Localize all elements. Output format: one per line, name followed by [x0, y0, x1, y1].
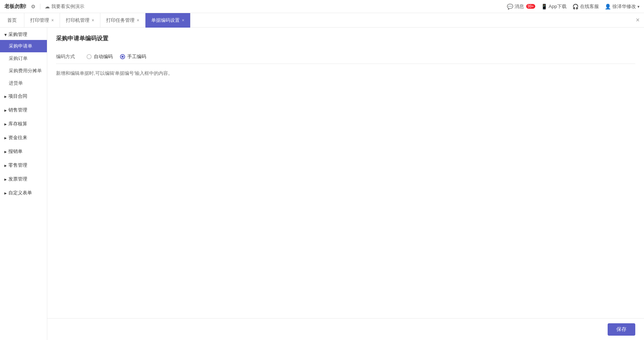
arrow-right-icon	[4, 135, 7, 141]
close-tab-print-mgmt[interactable]	[51, 18, 54, 23]
sidebar-group-project-contract[interactable]: 项目合同	[0, 89, 47, 103]
online-service-button[interactable]: 在线客服	[572, 3, 599, 10]
sidebar-item-purchase-expense[interactable]: 采购费用分摊单	[0, 65, 47, 77]
arrow-right-icon	[4, 190, 7, 196]
sidebar-item-purchase-order[interactable]: 采购订单	[0, 52, 47, 65]
main-layout: 采购管理 采购申请单 采购订单 采购费用分摊单 进货单 项目合同 销售管理 库存…	[0, 28, 644, 340]
encoding-label: 编码方式	[56, 53, 78, 60]
close-tab-barcode-setting[interactable]	[182, 18, 184, 23]
radio-circle-auto	[87, 54, 92, 59]
sidebar-item-stock-in[interactable]: 进货单	[0, 77, 47, 89]
user-icon	[605, 4, 611, 9]
sidebar-group-invoice[interactable]: 发票管理	[0, 172, 47, 186]
close-tab-print-task[interactable]	[137, 18, 139, 23]
content-inner: 采购申请单编码设置 编码方式 自动编码 手工编码	[47, 28, 644, 318]
content-footer: 保存	[47, 318, 644, 340]
top-bar: 老板勿割! 我要看实例演示 消息 99+ App下载 在线客服 徐泽华修改	[0, 0, 644, 13]
arrow-right-icon	[4, 163, 7, 168]
close-tab-printer-mgmt[interactable]	[92, 18, 94, 23]
tab-bar: 首页 打印管理 打印机管理 打印任务管理 单据编码设置 ×	[0, 13, 644, 28]
page-title: 采购申请单编码设置	[56, 35, 635, 42]
encoding-method-row: 编码方式 自动编码 手工编码	[56, 50, 635, 64]
message-icon	[507, 4, 513, 9]
app-logo: 老板勿割!	[4, 3, 27, 10]
close-all-tabs-button[interactable]: ×	[636, 16, 640, 24]
service-icon	[572, 4, 579, 9]
arrow-down-icon	[4, 32, 7, 37]
tab-home[interactable]: 首页	[0, 13, 24, 28]
user-menu[interactable]: 徐泽华修改	[605, 3, 640, 10]
app-icon	[541, 4, 547, 9]
radio-circle-manual	[120, 54, 125, 59]
radio-manual-encoding[interactable]: 手工编码	[120, 53, 146, 60]
sidebar-group-retail[interactable]: 零售管理	[0, 158, 47, 172]
cloud-icon	[45, 4, 50, 9]
app-download-button[interactable]: App下载	[541, 3, 567, 10]
sidebar-group-sales-mgmt[interactable]: 销售管理	[0, 103, 47, 117]
radio-auto-encoding[interactable]: 自动编码	[87, 53, 113, 60]
encoding-radio-group: 自动编码 手工编码	[87, 53, 146, 60]
tab-print-task[interactable]: 打印任务管理	[100, 13, 145, 28]
sidebar-group-returns[interactable]: 报销单	[0, 145, 47, 158]
hint-text: 新增和编辑单据时,可以编辑'单据编号'输入框中的内容。	[56, 70, 635, 77]
top-bar-right: 消息 99+ App下载 在线客服 徐泽华修改	[507, 3, 640, 10]
message-badge: 99+	[526, 4, 535, 9]
sidebar-group-fund[interactable]: 资金往来	[0, 131, 47, 145]
sidebar-group-inventory[interactable]: 库存核算	[0, 117, 47, 131]
arrow-right-icon	[4, 108, 7, 113]
sidebar-item-purchase-request[interactable]: 采购申请单	[0, 40, 47, 52]
settings-icon[interactable]	[31, 4, 36, 9]
message-button[interactable]: 消息 99+	[507, 3, 535, 10]
top-bar-demo[interactable]: 我要看实例演示	[45, 3, 84, 10]
save-button[interactable]: 保存	[608, 323, 635, 336]
arrow-right-icon	[4, 149, 7, 154]
sidebar-group-purchase-mgmt[interactable]: 采购管理	[0, 28, 47, 40]
tab-bar-actions: ×	[191, 16, 644, 24]
tab-barcode-setting[interactable]: 单据编码设置	[145, 13, 191, 28]
top-bar-left: 老板勿割! 我要看实例演示	[4, 3, 84, 10]
sidebar: 采购管理 采购申请单 采购订单 采购费用分摊单 进货单 项目合同 销售管理 库存…	[0, 28, 47, 340]
sidebar-group-custom-form[interactable]: 自定义表单	[0, 186, 47, 200]
tab-printer-mgmt[interactable]: 打印机管理	[60, 13, 100, 28]
arrow-right-icon	[4, 94, 7, 99]
arrow-right-icon	[4, 121, 7, 127]
arrow-right-icon	[4, 177, 7, 182]
tab-print-mgmt[interactable]: 打印管理	[24, 13, 60, 28]
content-area: 采购申请单编码设置 编码方式 自动编码 手工编码	[47, 28, 644, 340]
chevron-down-icon	[637, 4, 640, 9]
